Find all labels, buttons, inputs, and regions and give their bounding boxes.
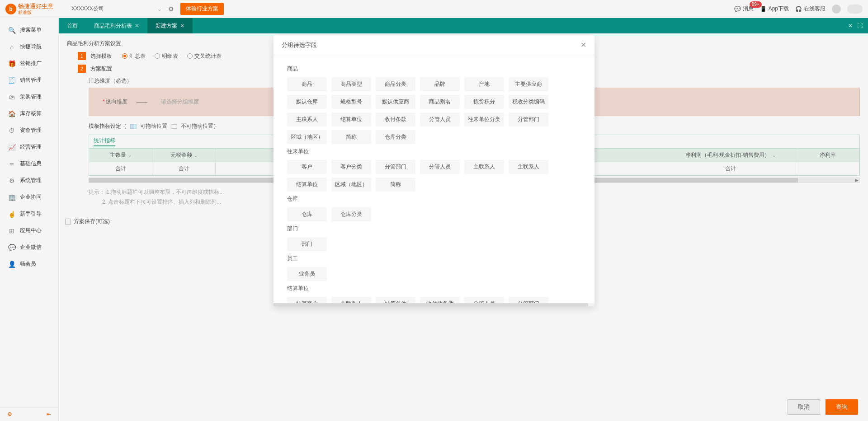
field-chip-5-4[interactable]: 分管人员 xyxy=(464,297,504,303)
field-chip-1-3[interactable]: 分管人员 xyxy=(420,160,460,174)
field-chip-5-5[interactable]: 分管部门 xyxy=(509,297,548,303)
modal-scrollbar[interactable] xyxy=(274,303,594,306)
field-group-title-2: 仓库 xyxy=(287,195,581,203)
field-chip-4-0[interactable]: 业务员 xyxy=(287,267,327,281)
field-chip-0-1[interactable]: 商品类型 xyxy=(331,77,371,91)
field-group-title-0: 商品 xyxy=(287,65,581,73)
field-chip-3-0[interactable]: 部门 xyxy=(287,237,327,251)
modal-body: 商品商品商品类型商品分类品牌产地主要供应商默认仓库规格型号默认供应商商品别名拣货… xyxy=(274,55,594,303)
field-chip-2-0[interactable]: 仓库 xyxy=(287,207,327,221)
modal-header: 分组待选字段 ✕ xyxy=(274,35,594,55)
field-chip-5-2[interactable]: 结算单位 xyxy=(376,297,415,303)
field-chip-5-0[interactable]: 结算客户 xyxy=(287,297,327,303)
field-chip-0-2[interactable]: 商品分类 xyxy=(376,77,415,91)
modal-title: 分组待选字段 xyxy=(282,41,317,49)
field-chip-1-5[interactable]: 主联系人 xyxy=(509,160,548,174)
field-chip-1-8[interactable]: 简称 xyxy=(376,178,415,192)
field-chip-0-11[interactable]: 税收分类编码 xyxy=(509,95,548,109)
field-chip-0-14[interactable]: 收付条款 xyxy=(376,112,415,126)
field-chip-0-4[interactable]: 产地 xyxy=(464,77,504,91)
field-chip-0-13[interactable]: 结算单位 xyxy=(331,112,371,126)
field-chip-1-4[interactable]: 主联系人 xyxy=(464,160,504,174)
field-chip-2-1[interactable]: 仓库分类 xyxy=(331,207,371,221)
field-chip-0-3[interactable]: 品牌 xyxy=(420,77,460,91)
field-chip-0-0[interactable]: 商品 xyxy=(287,77,327,91)
field-group-title-4: 员工 xyxy=(287,255,581,262)
field-chip-0-19[interactable]: 简称 xyxy=(331,130,371,144)
field-chip-0-15[interactable]: 分管人员 xyxy=(420,112,460,126)
field-group-title-1: 往来单位 xyxy=(287,148,581,155)
field-chip-0-9[interactable]: 商品别名 xyxy=(420,95,460,109)
field-chip-5-1[interactable]: 主联系人 xyxy=(331,297,371,303)
field-chip-0-6[interactable]: 默认仓库 xyxy=(287,95,327,109)
field-chip-0-20[interactable]: 仓库分类 xyxy=(376,130,415,144)
field-chip-1-1[interactable]: 客户分类 xyxy=(331,160,371,174)
field-chip-0-18[interactable]: 区域（地区） xyxy=(287,130,327,144)
close-icon[interactable]: ✕ xyxy=(580,41,586,49)
field-group-title-3: 部门 xyxy=(287,225,581,233)
field-chip-1-6[interactable]: 结算单位 xyxy=(287,178,327,192)
field-chip-1-7[interactable]: 区域（地区） xyxy=(331,178,371,192)
field-chip-5-3[interactable]: 收付款条件 xyxy=(420,297,460,303)
field-chip-0-10[interactable]: 拣货积分 xyxy=(464,95,504,109)
field-chip-0-5[interactable]: 主要供应商 xyxy=(509,77,548,91)
field-group-title-5: 结算单位 xyxy=(287,285,581,292)
field-chip-0-12[interactable]: 主联系人 xyxy=(287,112,327,126)
field-chip-0-16[interactable]: 往来单位分类 xyxy=(464,112,504,126)
field-chip-1-0[interactable]: 客户 xyxy=(287,160,327,174)
field-picker-modal: 分组待选字段 ✕ 商品商品商品类型商品分类品牌产地主要供应商默认仓库规格型号默认… xyxy=(274,35,594,306)
field-chip-0-8[interactable]: 默认供应商 xyxy=(376,95,415,109)
field-chip-0-7[interactable]: 规格型号 xyxy=(331,95,371,109)
field-chip-0-17[interactable]: 分管部门 xyxy=(509,112,548,126)
field-chip-1-2[interactable]: 分管部门 xyxy=(376,160,415,174)
